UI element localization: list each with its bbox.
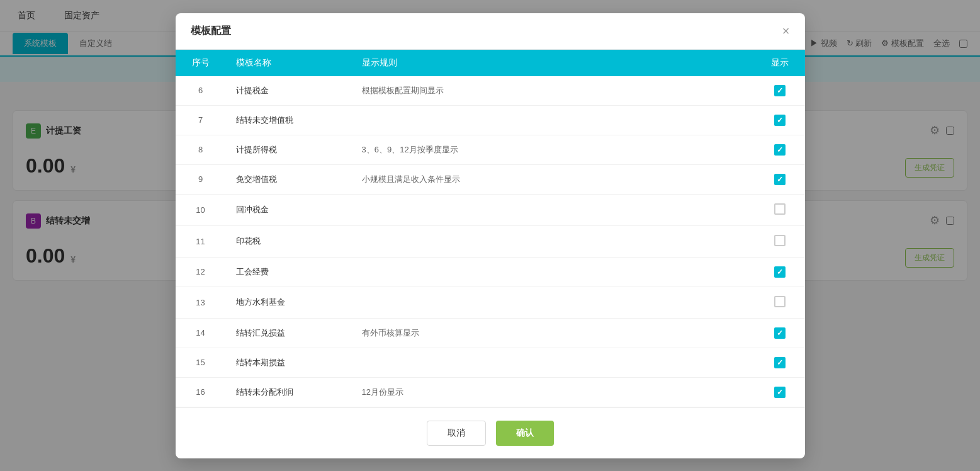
- cell-name: 结转本期损益: [226, 348, 352, 377]
- cell-show: [755, 225, 805, 257]
- col-name: 模板名称: [226, 50, 352, 76]
- cell-show: [755, 377, 805, 407]
- cell-show: [755, 135, 805, 164]
- col-show: 显示: [755, 50, 805, 76]
- modal-body[interactable]: 序号 模板名称 显示规则 显示 6计提税金根据模板配置期间显示7结转未交增值税8…: [176, 50, 805, 407]
- checkbox-row-6[interactable]: [774, 85, 786, 96]
- modal-close-button[interactable]: ×: [782, 25, 790, 37]
- cell-name: 工会经费: [226, 257, 352, 287]
- cell-rule: 3、6、9、12月按季度显示: [352, 135, 755, 164]
- modal-template-config: 模板配置 × 序号 模板名称 显示规则 显示 6计提税金根据模板配置期间显示7结…: [176, 13, 805, 458]
- cell-seq: 15: [176, 348, 226, 377]
- cell-seq: 12: [176, 257, 226, 287]
- cell-rule: [352, 348, 755, 377]
- cell-name: 免交增值税: [226, 164, 352, 194]
- cell-name: 计提所得税: [226, 135, 352, 164]
- cell-show: [755, 164, 805, 194]
- cell-seq: 11: [176, 225, 226, 257]
- cell-seq: 10: [176, 194, 226, 225]
- checkbox-row-13[interactable]: [774, 296, 786, 307]
- col-rule: 显示规则: [352, 50, 755, 76]
- cell-seq: 9: [176, 164, 226, 194]
- table-head: 序号 模板名称 显示规则 显示: [176, 50, 805, 76]
- cell-seq: 7: [176, 105, 226, 135]
- checkbox-row-16[interactable]: [774, 387, 786, 398]
- modal-overlay: 模板配置 × 序号 模板名称 显示规则 显示 6计提税金根据模板配置期间显示7结…: [0, 0, 980, 471]
- checkbox-row-14[interactable]: [774, 327, 786, 339]
- table-row: 11印花税: [176, 225, 805, 257]
- table-row: 12工会经费: [176, 257, 805, 287]
- table-row: 7结转未交增值税: [176, 105, 805, 135]
- col-seq: 序号: [176, 50, 226, 76]
- table-row: 6计提税金根据模板配置期间显示: [176, 76, 805, 106]
- cell-rule: 有外币核算显示: [352, 318, 755, 348]
- cell-show: [755, 287, 805, 318]
- modal-title: 模板配置: [191, 25, 231, 38]
- table-row: 9免交增值税小规模且满足收入条件显示: [176, 164, 805, 194]
- cell-name: 计提税金: [226, 76, 352, 106]
- cell-show: [755, 105, 805, 135]
- table-row: 15结转本期损益: [176, 348, 805, 377]
- table-row: 10回冲税金: [176, 194, 805, 225]
- cell-seq: 8: [176, 135, 226, 164]
- checkbox-row-15[interactable]: [774, 357, 786, 368]
- cell-name: 地方水利基金: [226, 287, 352, 318]
- cell-rule: 根据模板配置期间显示: [352, 76, 755, 106]
- checkbox-row-12[interactable]: [774, 266, 786, 278]
- cancel-button[interactable]: 取消: [427, 421, 486, 446]
- cell-name: 结转未交增值税: [226, 105, 352, 135]
- cell-show: [755, 257, 805, 287]
- cell-name: 结转未分配利润: [226, 377, 352, 407]
- cell-seq: 13: [176, 287, 226, 318]
- cell-rule: [352, 257, 755, 287]
- confirm-button[interactable]: 确认: [496, 421, 554, 446]
- table-row: 16结转未分配利润12月份显示: [176, 377, 805, 407]
- cell-seq: 16: [176, 377, 226, 407]
- cell-show: [755, 76, 805, 106]
- cell-name: 印花税: [226, 225, 352, 257]
- table-row: 14结转汇兑损益有外币核算显示: [176, 318, 805, 348]
- cell-show: [755, 194, 805, 225]
- table-body: 6计提税金根据模板配置期间显示7结转未交增值税8计提所得税3、6、9、12月按季…: [176, 76, 805, 407]
- checkbox-row-8[interactable]: [774, 144, 786, 156]
- cell-name: 回冲税金: [226, 194, 352, 225]
- cell-rule: [352, 225, 755, 257]
- cell-show: [755, 318, 805, 348]
- checkbox-row-7[interactable]: [774, 115, 786, 126]
- table-row: 13地方水利基金: [176, 287, 805, 318]
- cell-seq: 14: [176, 318, 226, 348]
- cell-rule: [352, 287, 755, 318]
- cell-rule: 12月份显示: [352, 377, 755, 407]
- cell-rule: 小规模且满足收入条件显示: [352, 164, 755, 194]
- checkbox-row-9[interactable]: [774, 174, 786, 185]
- modal-footer: 取消 确认: [176, 407, 805, 458]
- cell-name: 结转汇兑损益: [226, 318, 352, 348]
- cell-seq: 6: [176, 76, 226, 106]
- table-row: 8计提所得税3、6、9、12月按季度显示: [176, 135, 805, 164]
- modal-header: 模板配置 ×: [176, 13, 805, 50]
- config-table: 序号 模板名称 显示规则 显示 6计提税金根据模板配置期间显示7结转未交增值税8…: [176, 50, 805, 407]
- cell-rule: [352, 105, 755, 135]
- checkbox-row-11[interactable]: [774, 235, 786, 246]
- checkbox-row-10[interactable]: [774, 203, 786, 215]
- cell-rule: [352, 194, 755, 225]
- cell-show: [755, 348, 805, 377]
